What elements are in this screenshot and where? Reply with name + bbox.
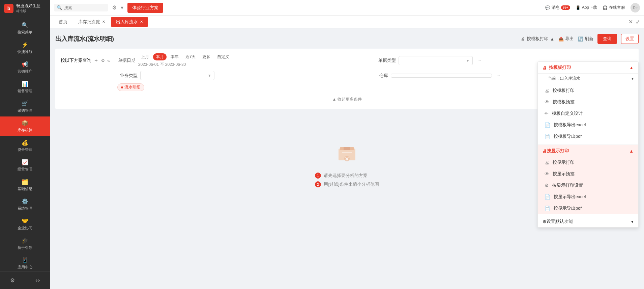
template-print-button[interactable]: 🖨 按模板打印 ▲ — [521, 36, 554, 42]
tab-batch-account[interactable]: 库存批次账 ✕ — [74, 17, 110, 27]
sidebar-item-inventory[interactable]: 📦 库存核算 — [0, 116, 50, 136]
display-print-title[interactable]: 🖨 按显示打印 ▲ — [538, 145, 638, 157]
sidebar-item-enterprise[interactable]: 🤝 企业协同 — [0, 214, 50, 234]
dropdown-header[interactable]: 🖨 按模板打印 ▲ — [538, 62, 638, 74]
document-type-input[interactable]: ▾ — [399, 56, 473, 65]
printer-icon: 🖨 — [521, 36, 525, 42]
sidebar-item-finance[interactable]: 💰 资金管理 — [0, 136, 50, 156]
query-button[interactable]: 查询 — [597, 34, 617, 44]
topbar-search[interactable]: 🔍 — [54, 4, 108, 11]
maximize-window-icon[interactable]: ⤢ — [636, 19, 640, 25]
display-preview-item[interactable]: 👁 按显示预览 — [538, 168, 638, 180]
date-tab-custom[interactable]: 自定义 — [214, 53, 232, 60]
date-tab-more[interactable]: 更多 — [200, 53, 213, 60]
app-download-label: App下载 — [582, 5, 597, 10]
sidebar-item-label: 企业协同 — [18, 226, 32, 231]
sidebar-item-marketing[interactable]: 📢 营销推广 — [0, 58, 50, 77]
warehouse-input[interactable] — [391, 74, 492, 78]
chevron-up-icon: ▲ — [332, 97, 336, 102]
phone-icon: 📱 — [22, 257, 28, 263]
business-type-input[interactable]: ▾ — [140, 71, 214, 80]
tab-batch-account-label: 库存批次账 — [78, 19, 100, 25]
display-export-pdf-item[interactable]: 📄 按显示导出pdf — [538, 203, 638, 214]
tip-number-2: 2 — [315, 181, 321, 187]
dropdown-title: 按模板打印 — [549, 64, 571, 71]
document-type-more-icon[interactable]: ··· — [475, 58, 483, 63]
template-export-pdf-label: 按模板导出pdf — [554, 133, 582, 139]
megaphone-icon: 📢 — [22, 61, 28, 68]
export-button[interactable]: 📤 导出 — [558, 36, 574, 42]
tab-batch-account-close-icon[interactable]: ✕ — [102, 20, 105, 24]
template-design-item[interactable]: ✏ 模板自定义设计 — [538, 108, 638, 119]
add-filter-icon[interactable]: ＋ — [93, 57, 99, 64]
refresh-button[interactable]: 🔄 刷新 — [578, 36, 593, 42]
pdf-icon: 📄 — [545, 134, 550, 139]
sidebar-item-label: 销售管理 — [18, 88, 32, 94]
empty-state-icon — [333, 140, 360, 167]
settings-icon[interactable]: ⚙ — [112, 4, 117, 11]
settings-button[interactable]: ⚙ — [7, 276, 18, 285]
sidebar-item-basic[interactable]: 🗂️ 基础信息 — [0, 175, 50, 195]
date-tabs: 上月 本月 本年 近7天 更多 自定义 — [138, 53, 232, 60]
filter-tag-label: 流水明细 — [124, 84, 141, 90]
filter-collapse-icon[interactable]: « — [107, 58, 110, 63]
sidebar-item-system[interactable]: ⚙️ 系统管理 — [0, 195, 50, 214]
tab-home[interactable]: 首页 — [54, 17, 72, 27]
sidebar-item-label: 快捷导航 — [18, 49, 32, 54]
customer-service-button[interactable]: 🎧 在线客服 — [603, 5, 625, 10]
tab-flow[interactable]: 出入库流水 ✕ — [111, 17, 148, 27]
search-input[interactable] — [64, 5, 105, 10]
active-filter-tag[interactable]: 流水明细 — [117, 83, 144, 91]
tip-text-2: 用[过滤]条件来缩小分析范围 — [324, 181, 379, 187]
display-print-item-label: 按显示打印 — [553, 159, 575, 165]
sidebar-item-search[interactable]: 🔍 搜索菜单 — [0, 19, 50, 38]
template-export-excel-label: 按模板导出excel — [554, 122, 586, 128]
refresh-icon: 🔄 — [578, 36, 583, 42]
template-export-excel-item[interactable]: 📄 按模板导出excel — [538, 119, 638, 131]
date-tab-this-year[interactable]: 本年 — [168, 53, 181, 60]
filter-gear-icon[interactable]: ⚙ — [101, 58, 105, 63]
filter-tag-dot — [121, 86, 123, 88]
sidebar-nav: 🔍 搜索菜单 ⚡ 快捷导航 📢 营销推广 📊 销售管理 🛒 采购管理 📦 库存核… — [0, 17, 50, 271]
download-icon: 📱 — [576, 5, 581, 10]
dropdown-arrow-icon[interactable]: ▾ — [121, 4, 123, 11]
set-default-label: 设置默认功能 — [547, 218, 573, 225]
trial-button[interactable]: 体验行业方案 — [127, 3, 163, 13]
sidebar-item-quick-nav[interactable]: ⚡ 快捷导航 — [0, 38, 50, 58]
template-print-label: 按模板打印 — [553, 87, 575, 94]
sidebar-item-sales[interactable]: 📊 销售管理 — [0, 77, 50, 97]
display-print-section: 🖨 按显示打印 ▲ 🖨 按显示打印 👁 按显示预览 ⚙ 按显示打印设置 — [538, 145, 638, 214]
sidebar-item-purchase[interactable]: 🛒 采购管理 — [0, 97, 50, 116]
eye-icon: 👁 — [545, 171, 549, 177]
collapse-sidebar-button[interactable]: ⇔ — [33, 276, 42, 285]
sidebar-item-label: 库存核算 — [18, 128, 32, 133]
date-tab-last-month[interactable]: 上月 — [138, 53, 152, 60]
display-export-excel-item[interactable]: 📄 按显示导出excel — [538, 191, 638, 203]
date-range: 2023-06-01 至 2023-06-30 — [138, 62, 232, 68]
sidebar-item-operations[interactable]: 📈 经营管理 — [0, 156, 50, 175]
date-label: 单据日期 — [118, 57, 136, 63]
sidebar-item-guide[interactable]: 🎓 新手引导 — [0, 234, 50, 254]
set-default-button[interactable]: ⚙ 设置默认功能 ▾ — [538, 216, 638, 227]
app-download-button[interactable]: 📱 App下载 — [576, 5, 597, 10]
sidebar-bottom: ⚙ ⇔ — [0, 271, 50, 289]
tab-flow-label: 出入库流水 — [116, 19, 138, 25]
logo-icon: b — [4, 4, 13, 13]
printer-icon: 🖨 — [543, 65, 547, 70]
settings-button[interactable]: 设置 — [621, 34, 639, 44]
close-window-icon[interactable]: ✕ — [628, 19, 633, 25]
date-tab-this-month[interactable]: 本月 — [153, 53, 167, 60]
message-button[interactable]: 💬 消息 99+ — [545, 5, 570, 10]
warehouse-more-icon[interactable]: ··· — [495, 73, 502, 78]
tab-flow-close-icon[interactable]: ✕ — [140, 20, 143, 24]
template-export-pdf-item[interactable]: 📄 按模板导出pdf — [538, 131, 638, 142]
cart-icon: 🛒 — [22, 100, 28, 107]
sidebar-item-apps[interactable]: 📱 应用中心 — [0, 254, 50, 271]
template-print-item[interactable]: 🖨 按模板打印 — [538, 85, 638, 96]
user-profile[interactable]: Rit — [631, 3, 640, 12]
display-print-settings-item[interactable]: ⚙ 按显示打印设置 — [538, 180, 638, 191]
date-tab-7days[interactable]: 近7天 — [183, 53, 199, 60]
message-icon: 💬 — [545, 5, 550, 10]
template-preview-item[interactable]: 👁 按模板预览 — [538, 96, 638, 108]
display-print-item[interactable]: 🖨 按显示打印 — [538, 157, 638, 168]
